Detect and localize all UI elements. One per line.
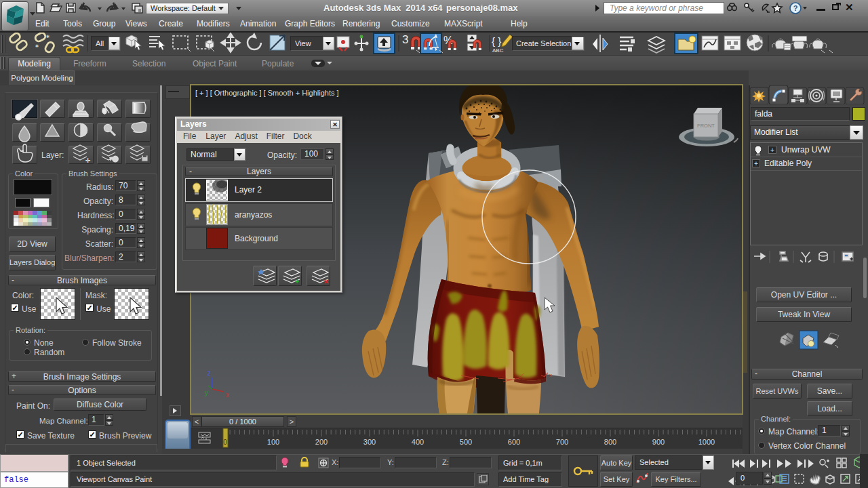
svg-text:x: x [226,391,229,399]
svg-text:y: y [205,389,208,396]
svg-text:900: 900 [652,438,665,446]
svg-text:✛: ✛ [85,157,91,164]
svg-text:{ }: { } [492,35,501,47]
svg-text:700: 700 [556,438,568,446]
svg-text:300: 300 [363,438,376,446]
svg-text:0: 0 [223,439,227,446]
svg-text:400: 400 [412,438,424,446]
svg-text:✻: ✻ [46,35,50,39]
svg-text:500: 500 [460,438,472,446]
svg-text:1000: 1000 [698,438,715,446]
svg-text:ABC: ABC [492,47,504,54]
svg-text:3: 3 [402,33,408,46]
svg-text:800: 800 [604,438,616,446]
svg-text:z: z [208,369,211,377]
svg-text:600: 600 [508,438,520,446]
svg-text:?: ? [793,4,798,12]
svg-text:[ + ] [ Orthographic ] [ Smoot: [ + ] [ Orthographic ] [ Smooth + Highli… [195,89,339,97]
svg-text:x: x [549,372,552,378]
svg-text:✻: ✻ [35,44,39,48]
svg-text:✕: ✕ [323,278,329,285]
svg-text:100: 100 [267,438,279,446]
svg-text:200: 200 [315,438,328,446]
svg-text:FRONT: FRONT [697,123,715,129]
svg-text:+: + [295,277,299,285]
